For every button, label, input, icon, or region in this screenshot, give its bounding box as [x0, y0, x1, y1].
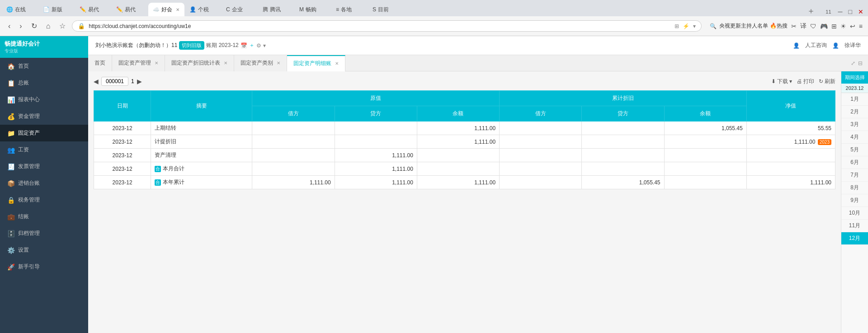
browser-search-box[interactable]: 🔍 央视更新主持人名单 🔥热搜	[710, 22, 787, 30]
period-year[interactable]: 2023.12	[841, 84, 868, 93]
period-month-5月[interactable]: 5月	[841, 144, 868, 156]
sidebar-item-closing[interactable]: 💼结账	[0, 208, 88, 225]
support-text[interactable]: 人工咨询	[805, 42, 827, 49]
period-month-7月[interactable]: 7月	[841, 169, 868, 182]
grid-icon[interactable]: ⊞	[831, 23, 837, 30]
cell-accum-debit	[500, 149, 582, 162]
sidebar-item-settings[interactable]: ⚙️设置	[0, 242, 88, 258]
tab-close-fixed-assets-mgmt[interactable]: ✕	[155, 61, 158, 66]
action-buttons: ⬇ 下载 ▾ 🖨 打印 ↻ 刷新	[771, 78, 835, 85]
home-button[interactable]: ⌂	[43, 21, 53, 31]
maximize-button[interactable]: □	[846, 7, 855, 16]
translate-icon[interactable]: 译	[800, 22, 807, 30]
browser-tab-tab10[interactable]: ≡各地	[331, 3, 368, 16]
sidebar-item-report-center[interactable]: 📊报表中心	[0, 91, 88, 108]
sidebar-label-settings: 设置	[18, 246, 29, 254]
sidebar-item-archive-mgmt[interactable]: 🗄️归档管理	[0, 225, 88, 242]
minimize-button[interactable]: ─	[835, 7, 845, 16]
print-icon: 🖨	[797, 78, 802, 84]
period-month-3月[interactable]: 3月	[841, 118, 868, 131]
fullscreen-icon[interactable]: ⤢	[851, 60, 855, 66]
browser-tab-tab9[interactable]: M畅购	[295, 3, 331, 16]
next-page-button[interactable]: ▶	[137, 78, 142, 85]
app-tab-asset-category[interactable]: 固定资产类别✕	[234, 55, 287, 71]
browser-tab-tab8[interactable]: 腾腾讯	[258, 3, 294, 16]
refresh-button[interactable]: ↻ 刷新	[819, 78, 835, 85]
browser-tab-tab2[interactable]: 📄新版	[38, 3, 75, 16]
period-label: 账期 2023-12	[206, 42, 238, 49]
sidebar-item-general-ledger[interactable]: 📋总账	[0, 75, 88, 91]
brightness-icon[interactable]: ☀	[840, 23, 846, 30]
print-button[interactable]: 🖨 打印	[797, 78, 814, 85]
period-month-2月[interactable]: 2月	[841, 106, 868, 118]
period-month-6月[interactable]: 6月	[841, 156, 868, 169]
sidebar-item-tax-mgmt[interactable]: 🔒税务管理	[0, 192, 88, 208]
close-window-button[interactable]: ✕	[855, 7, 866, 16]
dropdown-icon[interactable]: ▾	[789, 78, 792, 84]
period-month-1月[interactable]: 1月	[841, 93, 868, 106]
sidebar-label-invoice-mgmt: 发票管理	[18, 163, 40, 170]
sidebar-item-beginner-guide[interactable]: 🚀新手引导	[0, 258, 88, 275]
collapse-icon[interactable]: ⊟	[858, 60, 863, 66]
back-button[interactable]: ‹	[5, 21, 13, 31]
dropdown-arrow[interactable]: ▾	[263, 42, 266, 49]
browser-tab-tab6[interactable]: 👤个税	[185, 3, 221, 16]
tab-close-asset-ledger[interactable]: ✕	[335, 61, 339, 66]
browser-tab-tab1[interactable]: 🌐在线	[2, 3, 38, 16]
sidebar-item-fixed-assets[interactable]: 📁固定资产	[0, 125, 88, 141]
header-original-value: 原值	[252, 91, 500, 106]
browser-tab-tab11[interactable]: S目前	[368, 3, 404, 16]
period-month-12月[interactable]: 12月	[841, 232, 868, 245]
browser-tab-tab4[interactable]: ✏️易代	[112, 3, 148, 16]
sidebar-item-fund-mgmt[interactable]: 💰资金管理	[0, 108, 88, 125]
cell-accum-debit	[500, 122, 582, 135]
browser-chrome: 🌐在线📄新版✏️易代✏️易代☁️好会✕👤个税C企业腾腾讯M畅购≡各地S目前 ＋ …	[0, 0, 868, 36]
page-number-input[interactable]	[101, 77, 128, 86]
browser-tab-tab5[interactable]: ☁️好会✕	[148, 3, 184, 16]
period-month-4月[interactable]: 4月	[841, 131, 868, 144]
table-row: 2023-12 合本年累计 1,111.00 1,111.00 1,111.00…	[94, 176, 835, 189]
cut-icon[interactable]: ✂	[791, 23, 797, 30]
sidebar-item-purchase-sales[interactable]: 📦进销台账	[0, 175, 88, 192]
settings-icon[interactable]: ⚙	[256, 42, 261, 49]
forward-button[interactable]: ›	[17, 21, 24, 31]
support-icon: 👤	[793, 42, 800, 49]
tab-close-asset-category[interactable]: ✕	[277, 61, 280, 66]
browser-tab-tab7[interactable]: C企业	[222, 3, 258, 16]
app-tab-fixed-assets-mgmt[interactable]: 固定资产管理✕	[112, 55, 165, 71]
sidebar-item-home[interactable]: 🏠首页	[0, 58, 88, 75]
menu-icon[interactable]: ≡	[859, 23, 863, 30]
period-month-9月[interactable]: 9月	[841, 194, 868, 207]
app-tab-home[interactable]: 首页	[88, 55, 112, 71]
reload-button[interactable]: ↻	[28, 21, 40, 31]
tab-close-depreciation-stat[interactable]: ✕	[224, 61, 227, 66]
period-month-8月[interactable]: 8月	[841, 182, 868, 194]
version-badge[interactable]: 切到旧版	[179, 41, 204, 50]
bookmark-button[interactable]: ☆	[57, 21, 68, 31]
shield-icon[interactable]: 🛡	[810, 23, 816, 30]
prev-page-button[interactable]: ◀	[94, 78, 99, 85]
cell-date: 2023-12	[94, 122, 151, 135]
undo-icon[interactable]: ↩	[850, 23, 855, 30]
period-month-11月[interactable]: 11月	[841, 220, 868, 232]
period-month-10月[interactable]: 10月	[841, 207, 868, 220]
sidebar-icon-closing: 💼	[7, 213, 14, 220]
url-input-box[interactable]: 🔒 https://cloud.chanjet.com/accounting/u…	[72, 20, 702, 32]
dropdown-icon[interactable]: ▾	[693, 23, 696, 29]
game-icon[interactable]: 🎮	[820, 23, 828, 30]
download-button[interactable]: ⬇ 下载 ▾	[771, 78, 792, 85]
sidebar-label-fixed-assets: 固定资产	[18, 129, 40, 137]
add-icon[interactable]: ＋	[249, 42, 255, 49]
app-tab-depreciation-stat[interactable]: 固定资产折旧统计表✕	[165, 55, 234, 71]
new-tab-button[interactable]: ＋	[804, 5, 818, 16]
cell-orig-balance	[417, 149, 499, 162]
sidebar-item-invoice-mgmt[interactable]: 🧾发票管理	[0, 158, 88, 175]
cell-accum-credit	[582, 162, 664, 176]
app-tab-asset-ledger[interactable]: 固定资产明细账✕	[287, 55, 345, 71]
tab-label-asset-ledger: 固定资产明细账	[293, 60, 331, 67]
company-selector[interactable]: 刘小艳演示账套（勿删勿动！）11 切到旧版 账期 2023-12 📅 ＋ ⚙ ▾	[95, 41, 266, 50]
browser-tab-tab3[interactable]: ✏️易代	[75, 3, 111, 16]
subheader-orig-debit: 借方	[252, 106, 335, 122]
tab-count-badge[interactable]: 11	[822, 7, 835, 16]
sidebar-item-salary[interactable]: 👥工资	[0, 141, 88, 158]
